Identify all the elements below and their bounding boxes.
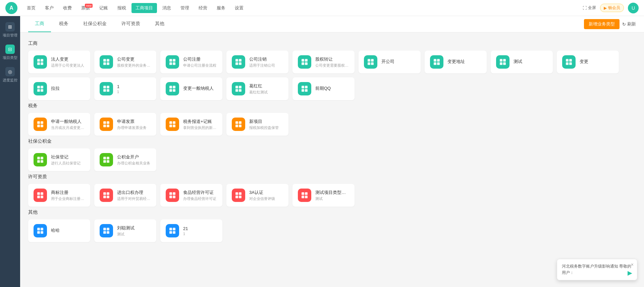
nav-item-经营[interactable]: 经营	[195, 3, 211, 13]
svg-rect-97	[305, 192, 308, 195]
svg-rect-34	[566, 62, 569, 65]
section-title-shebao: 社保公积金	[28, 138, 636, 144]
card-icon-变更	[562, 55, 576, 69]
card-icon-变更地址	[430, 55, 443, 69]
card-text-申请一般纳税人: 申请一般纳税人当月或次月成变更完成	[51, 119, 85, 130]
service-card-1[interactable]: 11	[94, 77, 156, 100]
service-card-前期QQ[interactable]: 前期QQ	[292, 77, 355, 100]
svg-rect-89	[173, 192, 175, 195]
svg-rect-29	[503, 59, 506, 62]
card-name-商标注册: 商标注册	[51, 190, 85, 196]
card-icon-进出口权办理	[100, 189, 113, 202]
svg-rect-7	[107, 62, 109, 65]
card-text-3A认证: 3A认证对企业信誉评级	[249, 190, 283, 201]
svg-rect-6	[103, 62, 106, 65]
service-card-21[interactable]: 211	[160, 219, 222, 242]
svg-rect-65	[173, 121, 175, 124]
card-desc-1: 1	[117, 90, 151, 94]
service-card-公司注册[interactable]: 公司注册申请公司注册全流程	[160, 51, 222, 73]
service-card-公司注销[interactable]: 公司注销适用于注销公司	[226, 51, 288, 73]
service-card-进出口权办理[interactable]: 进出口权办理适用于对外贸易经营者	[94, 184, 156, 207]
svg-rect-66	[169, 125, 172, 127]
add-business-type-button[interactable]: 新增业务类型	[584, 19, 620, 29]
service-card-测试[interactable]: 测试	[491, 51, 553, 73]
nav-item-管理[interactable]: 管理	[176, 3, 193, 13]
svg-rect-52	[302, 86, 304, 88]
service-card-社保登记[interactable]: 社保登记进行人员社保登记	[28, 148, 90, 171]
service-card-申请发票[interactable]: 申请发票办理申请发票业务	[94, 113, 156, 136]
nav-item-设置[interactable]: 设置	[231, 3, 248, 13]
sidebar-icon-项目管理: ⊞	[5, 22, 15, 31]
card-desc-新项目: 报税加税控盘保管	[249, 125, 283, 130]
nav-item-票据[interactable]: 票据new	[77, 3, 94, 13]
nav-badge-new: new	[85, 4, 93, 8]
service-card-变更一般纳税人[interactable]: 变更一般纳税人	[160, 77, 222, 100]
service-card-测试项目类型目定义[interactable]: 测试项目类型目定义测试	[292, 184, 355, 207]
nav-item-消息[interactable]: 消息	[158, 3, 175, 13]
sidebar-item-项目类型[interactable]: ⊟项目类型	[0, 41, 20, 64]
vip-button[interactable]: ▶ 畅会员	[600, 4, 624, 12]
service-card-哈哈[interactable]: 哈哈	[28, 219, 90, 242]
svg-rect-77	[107, 157, 109, 159]
svg-rect-61	[107, 121, 109, 124]
service-card-公积金开户[interactable]: 公积金开户办理公积金相关业务	[94, 148, 156, 171]
sidebar-item-项目管理[interactable]: ⊞项目管理	[0, 19, 20, 41]
nav-item-报税[interactable]: 报税	[113, 3, 130, 13]
service-card-拉拉[interactable]: 拉拉	[28, 77, 90, 100]
nav-item-服务[interactable]: 服务	[213, 3, 229, 13]
service-card-商标注册[interactable]: 商标注册用于企业商标注册服务	[28, 184, 90, 207]
sub-tab-社保公积金[interactable]: 社保公积金	[76, 16, 113, 32]
service-card-刘聪测试[interactable]: 刘聪测试测试	[94, 219, 156, 242]
sub-tab-许可资质[interactable]: 许可资质	[115, 16, 147, 32]
sidebar-item-进度监控[interactable]: ◎进度监控	[0, 64, 20, 86]
svg-rect-72	[37, 157, 40, 159]
svg-rect-93	[239, 192, 241, 195]
service-card-食品经营许可证[interactable]: 食品经营许可证办理食品经营许可证	[160, 184, 222, 207]
nav-item-收费[interactable]: 收费	[59, 3, 76, 13]
sub-tab-工商[interactable]: 工商	[28, 16, 51, 32]
sub-navigation: 工商税务社保公积金许可资质其他 新增业务类型 ↻ 刷新	[20, 16, 644, 32]
service-card-新项目[interactable]: 新项目报税加税控盘保管	[226, 113, 288, 136]
service-card-葛红红[interactable]: 葛红红葛红红测试	[226, 77, 288, 100]
nav-item-客户[interactable]: 客户	[41, 3, 58, 13]
card-text-测试项目类型目定义: 测试项目类型目定义测试	[315, 190, 349, 201]
fullscreen-button[interactable]: ⛶ 全屏	[583, 5, 596, 11]
svg-rect-47	[173, 89, 175, 92]
nav-item-工商项目[interactable]: 工商项目	[131, 3, 157, 13]
card-icon-公司变更	[100, 55, 113, 69]
section-title-xuke: 许可资质	[28, 174, 636, 180]
service-card-申请一般纳税人[interactable]: 申请一般纳税人当月或次月成变更完成	[28, 113, 90, 136]
sub-nav-actions: 新增业务类型 ↻ 刷新	[584, 19, 636, 29]
svg-rect-107	[107, 231, 109, 234]
service-card-3A认证[interactable]: 3A认证对企业信誉评级	[226, 184, 288, 207]
service-card-变更地址[interactable]: 变更地址	[425, 51, 487, 73]
card-name-变更一般纳税人: 变更一般纳税人	[183, 85, 217, 91]
svg-rect-17	[305, 59, 308, 62]
svg-rect-102	[37, 231, 40, 234]
svg-rect-46	[169, 89, 172, 92]
card-text-拉拉: 拉拉	[51, 85, 85, 92]
refresh-button[interactable]: ↻ 刷新	[622, 21, 636, 27]
section-title-shuiwu: 税务	[28, 103, 636, 109]
service-card-税务报道+记账[interactable]: 税务报道+记账拿到营业执照的新公司	[160, 113, 222, 136]
card-name-1: 1	[117, 84, 151, 89]
service-card-公司变更[interactable]: 公司变更股权变更外的业务变更	[94, 51, 156, 73]
notification-close-button[interactable]: ×	[631, 262, 634, 267]
nav-item-记账[interactable]: 记账	[95, 3, 112, 13]
svg-rect-19	[305, 62, 308, 65]
service-card-变更[interactable]: 变更	[557, 51, 619, 73]
card-name-测试: 测试	[514, 59, 547, 65]
service-card-开公司[interactable]: 开公司	[359, 51, 421, 73]
user-avatar[interactable]: U	[628, 3, 639, 13]
sub-tab-其他[interactable]: 其他	[148, 16, 171, 32]
service-card-法人变更[interactable]: 法人变更适用于公司变更法人	[28, 51, 90, 73]
card-text-税务报道+记账: 税务报道+记账拿到营业执照的新公司	[183, 119, 217, 130]
sub-tab-税务[interactable]: 税务	[52, 16, 75, 32]
qita-card-grid: 哈哈 刘聪测试测试 211	[28, 219, 636, 242]
card-desc-3A认证: 对企业信誉评级	[249, 196, 283, 201]
svg-rect-83	[41, 196, 43, 198]
svg-rect-82	[37, 196, 40, 198]
service-card-股权转让[interactable]: 股权转让公司变更需要股权转让	[292, 51, 355, 73]
nav-item-首页[interactable]: 首页	[23, 3, 40, 13]
card-text-公司注册: 公司注册申请公司注册全流程	[183, 56, 217, 68]
